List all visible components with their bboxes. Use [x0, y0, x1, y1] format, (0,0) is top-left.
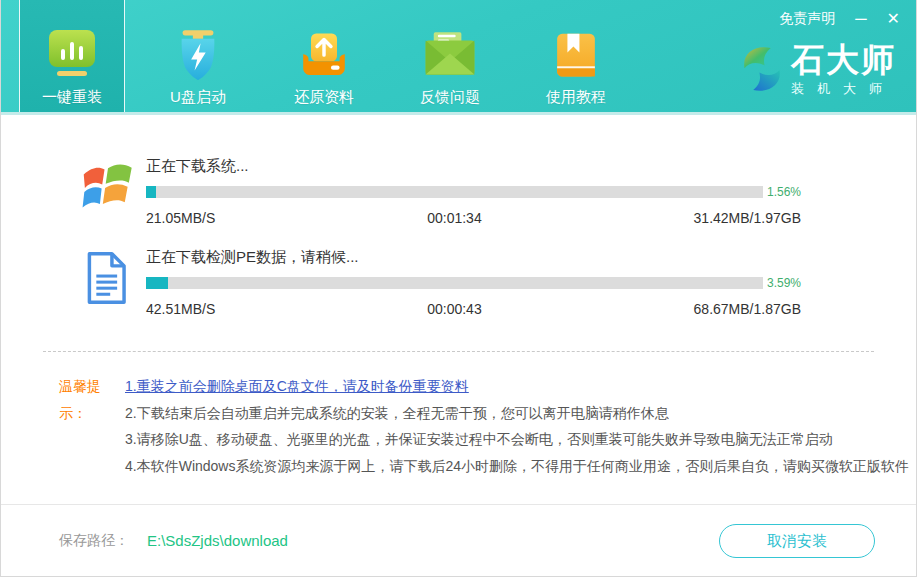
tips-label: 温馨提示： — [59, 373, 125, 479]
download-row-system: 正在下载系统... 1.56% 21.05MB/S 00:01:34 31.42… — [1, 157, 916, 226]
feedback-envelope-icon — [424, 30, 476, 82]
download-speed: 21.05MB/S — [146, 210, 215, 226]
download-speed: 42.51MB/S — [146, 301, 215, 317]
brand-logo: 石大师 装机大师 — [741, 42, 896, 100]
main-content: 正在下载系统... 1.56% 21.05MB/S 00:01:34 31.42… — [1, 115, 916, 479]
document-icon — [79, 248, 146, 317]
tab-restore-data[interactable]: 还原资料 — [271, 0, 377, 112]
brand-name: 石大师 — [791, 42, 896, 78]
tip-item: 1.重装之前会删除桌面及C盘文件，请及时备份重要资料 — [125, 373, 909, 400]
tab-label: 还原资料 — [294, 88, 354, 107]
tab-label: U盘启动 — [170, 88, 226, 107]
download-size: 68.67MB/1.87GB — [694, 301, 801, 317]
cancel-install-button[interactable]: 取消安装 — [719, 524, 875, 558]
brand-subtitle: 装机大师 — [791, 80, 896, 98]
tip-item: 3.请移除U盘、移动硬盘、光驱里的光盘，并保证安装过程中不会断电，否则重装可能失… — [125, 426, 909, 453]
progress-bar-system — [146, 186, 763, 198]
tips-list: 1.重装之前会删除桌面及C盘文件，请及时备份重要资料 2.下载结束后会自动重启并… — [125, 373, 909, 479]
progress-fill — [146, 277, 168, 289]
header: 一键重装 U盘启动 — [1, 0, 916, 115]
tab-label: 一键重装 — [42, 88, 102, 107]
progress-bar-pe — [146, 277, 763, 289]
tab-feedback[interactable]: 反馈问题 — [397, 0, 503, 112]
windows-logo — [79, 157, 146, 226]
brand-swirl-icon — [741, 42, 783, 100]
tab-label: 使用教程 — [546, 88, 606, 107]
progress-fill — [146, 186, 156, 198]
save-path-value: E:\SdsZjds\download — [147, 532, 288, 549]
disclaimer-link[interactable]: 免责声明 — [779, 10, 835, 28]
footer: 保存路径： E:\SdsZjds\download 取消安装 — [1, 504, 916, 576]
usb-shield-icon — [174, 30, 222, 82]
download-time-remaining: 00:01:34 — [427, 210, 482, 226]
window-controls: 免责声明 ─ ✕ — [779, 10, 900, 28]
minimize-button[interactable]: ─ — [855, 11, 866, 27]
progress-percent: 1.56% — [767, 185, 801, 199]
tab-one-key-reinstall[interactable]: 一键重装 — [19, 0, 125, 112]
tutorial-book-icon — [552, 30, 600, 82]
tab-label: 反馈问题 — [420, 88, 480, 107]
tip-item: 4.本软件Windows系统资源均来源于网上，请下载后24小时删除，不得用于任何… — [125, 453, 909, 480]
download-row-pe: 正在下载检测PE数据，请稍候... 3.59% 42.51MB/S 00:00:… — [1, 248, 916, 317]
tip-item: 2.下载结束后会自动重启并完成系统的安装，全程无需干预，您可以离开电脑请稍作休息 — [125, 400, 909, 427]
dashed-divider — [43, 351, 874, 352]
tab-usb-boot[interactable]: U盘启动 — [145, 0, 251, 112]
download-time-remaining: 00:00:43 — [427, 301, 482, 317]
save-path-label: 保存路径： — [59, 532, 129, 550]
progress-percent: 3.59% — [767, 276, 801, 290]
download-size: 31.42MB/1.97GB — [694, 210, 801, 226]
close-button[interactable]: ✕ — [887, 11, 900, 27]
app-window: 一键重装 U盘启动 — [0, 0, 917, 577]
restore-tray-icon — [298, 30, 350, 82]
tips-section: 温馨提示： 1.重装之前会删除桌面及C盘文件，请及时备份重要资料 2.下载结束后… — [1, 373, 916, 479]
download-title: 正在下载系统... — [146, 157, 801, 176]
download-title: 正在下载检测PE数据，请稍候... — [146, 248, 801, 267]
tab-tutorial[interactable]: 使用教程 — [523, 0, 629, 112]
chart-icon — [49, 30, 95, 82]
